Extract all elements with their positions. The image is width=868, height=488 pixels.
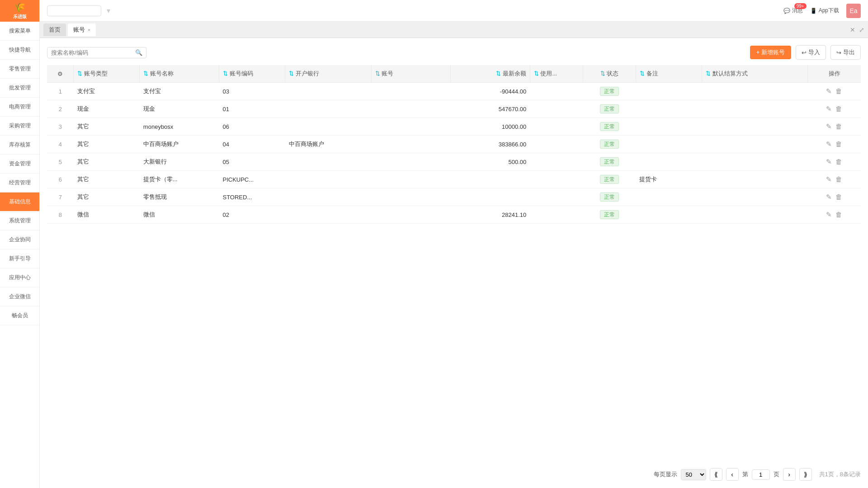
next-page-button[interactable]: › — [783, 468, 796, 481]
sidebar-item-retail[interactable]: 零售管理 — [0, 60, 39, 79]
message-button[interactable]: 💬 消息 99+ — [783, 7, 803, 14]
cell-remark — [636, 118, 702, 136]
cell-usage — [530, 188, 583, 206]
table-container: ⚙ ⇅ 账号类型 ⇅ 账号名称 ⇅ 账号编码 — [47, 65, 861, 463]
cell-default — [702, 171, 808, 188]
cell-remark — [636, 136, 702, 153]
cell-name: 支付宝 — [140, 83, 219, 100]
sidebar-item-basic[interactable]: 基础信息 — [0, 192, 39, 211]
sidebar-item-newguide[interactable]: 新手引导 — [0, 249, 39, 268]
header: ▾ 💬 消息 99+ 📱 App下载 Ea — [40, 0, 868, 22]
delete-icon[interactable]: 🗑 — [835, 140, 842, 148]
cell-account — [371, 171, 451, 188]
cell-bank: 中百商场账户 — [285, 136, 371, 153]
last-page-button[interactable]: ⟫ — [799, 468, 812, 481]
tab-expand-button[interactable]: ⤢ — [859, 26, 864, 33]
edit-icon[interactable]: ✎ — [826, 193, 832, 201]
th-type[interactable]: ⇅ 账号类型 — [74, 65, 140, 83]
delete-icon[interactable]: 🗑 — [835, 122, 842, 131]
sidebar-item-ecommerce[interactable]: 电商管理 — [0, 98, 39, 117]
sidebar-item-operations[interactable]: 经营管理 — [0, 174, 39, 192]
sidebar-item-enterprise[interactable]: 企业协同 — [0, 230, 39, 249]
prev-page-button[interactable]: ‹ — [726, 468, 739, 481]
cell-account — [371, 153, 451, 171]
header-right: 💬 消息 99+ 📱 App下载 Ea — [783, 4, 861, 18]
tab-bar: 首页 账号 × ✕ ⤢ — [40, 22, 868, 38]
delete-icon[interactable]: 🗑 — [835, 175, 842, 183]
table-row: 7 其它 零售抵现 STORED... 正常 ✎ 🗑 — [47, 188, 861, 206]
cell-remark — [636, 206, 702, 224]
th-remark[interactable]: ⇅ 备注 — [636, 65, 702, 83]
cell-default — [702, 100, 808, 118]
cell-type: 支付宝 — [74, 83, 140, 100]
tab-close-button[interactable]: ✕ — [850, 26, 855, 33]
sidebar-item-shortcut[interactable]: 快捷导航 — [0, 41, 39, 60]
page-size-select[interactable]: 50 100 200 — [681, 469, 706, 480]
avatar[interactable]: Ea — [846, 4, 861, 18]
delete-icon[interactable]: 🗑 — [835, 87, 842, 95]
action-icons: ✎ 🗑 — [811, 87, 857, 95]
cell-usage — [530, 136, 583, 153]
delete-icon[interactable]: 🗑 — [835, 211, 842, 219]
first-page-button[interactable]: ⟪ — [710, 468, 722, 481]
edit-icon[interactable]: ✎ — [826, 158, 832, 166]
cell-action: ✎ 🗑 — [808, 153, 861, 171]
edit-icon[interactable]: ✎ — [826, 122, 832, 131]
sidebar-item-system[interactable]: 系统管理 — [0, 211, 39, 230]
search-icon[interactable]: 🔍 — [135, 49, 142, 56]
cell-bank — [285, 206, 371, 224]
th-default[interactable]: ⇅ 默认结算方式 — [702, 65, 808, 83]
export-button[interactable]: ↪ 导出 — [830, 45, 861, 60]
sidebar-item-wechat[interactable]: 企业微信 — [0, 287, 39, 306]
app-download-button[interactable]: 📱 App下载 — [810, 7, 839, 14]
cell-num: 2 — [47, 100, 74, 118]
cell-bank — [285, 118, 371, 136]
action-icons: ✎ 🗑 — [811, 211, 857, 219]
edit-icon[interactable]: ✎ — [826, 175, 832, 183]
edit-icon[interactable]: ✎ — [826, 211, 832, 219]
th-status[interactable]: ⇅ 状态 — [583, 65, 636, 83]
th-setting[interactable]: ⚙ — [47, 65, 74, 83]
tab-account[interactable]: 账号 × — [68, 23, 96, 36]
toolbar: 🔍 + 新增账号 ↩ 导入 ↪ 导出 — [47, 45, 861, 60]
cell-status: 正常 — [583, 206, 636, 224]
edit-icon[interactable]: ✎ — [826, 87, 832, 95]
sidebar-item-search[interactable]: 搜索菜单 — [0, 22, 39, 41]
cell-balance: 500.00 — [451, 153, 530, 171]
status-badge: 正常 — [600, 175, 619, 184]
sidebar-item-inventory[interactable]: 库存核算 — [0, 136, 39, 155]
delete-icon[interactable]: 🗑 — [835, 193, 842, 201]
tab-home[interactable]: 首页 — [43, 23, 66, 36]
header-dropdown-icon[interactable]: ▾ — [107, 6, 110, 15]
sidebar-item-purchase[interactable]: 采购管理 — [0, 117, 39, 136]
action-icons: ✎ 🗑 — [811, 122, 857, 131]
cell-balance: 28241.10 — [451, 206, 530, 224]
toolbar-right: + 新增账号 ↩ 导入 ↪ 导出 — [750, 45, 861, 60]
search-input[interactable] — [51, 49, 132, 56]
sidebar-item-finance[interactable]: 资金管理 — [0, 155, 39, 174]
add-account-button[interactable]: + 新增账号 — [750, 46, 791, 59]
cell-usage — [530, 100, 583, 118]
th-code[interactable]: ⇅ 账号编码 — [219, 65, 285, 83]
sort-icon-bank: ⇅ — [289, 70, 294, 77]
search-box[interactable]: 🔍 — [47, 47, 146, 58]
cell-action: ✎ 🗑 — [808, 83, 861, 100]
page-number-input[interactable] — [752, 469, 770, 480]
th-balance[interactable]: ⇅ 最新余额 — [451, 65, 530, 83]
import-button[interactable]: ↩ 导入 — [796, 45, 826, 60]
edit-icon[interactable]: ✎ — [826, 105, 832, 113]
cell-num: 8 — [47, 206, 74, 224]
th-usage[interactable]: ⇅ 使用... — [530, 65, 583, 83]
th-account[interactable]: ⇅ 账号 — [371, 65, 451, 83]
edit-icon[interactable]: ✎ — [826, 140, 832, 148]
sidebar-item-appcenter[interactable]: 应用中心 — [0, 268, 39, 287]
th-bank[interactable]: ⇅ 开户银行 — [285, 65, 371, 83]
sidebar-item-wholesale[interactable]: 批发管理 — [0, 79, 39, 98]
th-name[interactable]: ⇅ 账号名称 — [140, 65, 219, 83]
delete-icon[interactable]: 🗑 — [835, 158, 842, 166]
sidebar-item-member[interactable]: 畅会员 — [0, 306, 39, 325]
delete-icon[interactable]: 🗑 — [835, 105, 842, 113]
cell-usage — [530, 171, 583, 188]
header-search-input[interactable] — [47, 5, 101, 16]
tab-close-account[interactable]: × — [88, 27, 90, 33]
